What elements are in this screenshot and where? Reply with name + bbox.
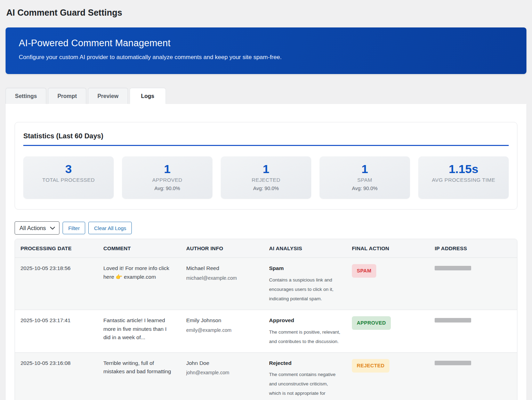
status-badge: APPROVED — [352, 316, 391, 330]
status-badge: SPAM — [352, 264, 376, 278]
author-email: michael@example.com — [186, 274, 258, 282]
cell-final-action: APPROVED — [346, 310, 429, 352]
column-header-processing-date: PROCESSING DATE — [15, 239, 98, 258]
cell-author-info: John Doe john@example.com — [181, 352, 264, 400]
author-name: Emily Johnson — [186, 317, 221, 323]
cell-comment: Terrible writing, full of mistakes and b… — [98, 352, 180, 400]
hero-title: AI-Powered Comment Management — [19, 38, 513, 49]
tab-settings-label: Settings — [15, 93, 37, 99]
author-name: John Doe — [186, 360, 209, 366]
chevron-down-icon — [50, 227, 55, 230]
author-email: john@example.com — [186, 369, 258, 376]
stat-value: 1 — [221, 162, 311, 176]
table-row: 2025-10-05 23:17:41 Fantastic article! I… — [15, 310, 517, 352]
column-header-ai-analysis: AI ANALYSIS — [264, 239, 346, 258]
tab-prompt[interactable]: Prompt — [48, 88, 86, 104]
action-filter-select[interactable]: All Actions — [15, 221, 59, 235]
analysis-text: Contains a suspicious link and encourage… — [269, 275, 341, 303]
stat-sub: Avg: 90.0% — [320, 186, 410, 191]
logs-table: PROCESSING DATE COMMENT AUTHOR INFO AI A… — [15, 239, 517, 400]
tab-settings[interactable]: Settings — [6, 88, 46, 104]
cell-processing-date: 2025-10-05 23:17:41 — [15, 310, 98, 352]
cell-author-info: Michael Reed michael@example.com — [181, 258, 264, 310]
stat-card-approved: 1 APPROVED Avg: 90.0% — [122, 156, 212, 199]
analysis-title: Approved — [269, 316, 341, 325]
cell-ip-address — [429, 352, 517, 400]
hero-banner: AI-Powered Comment Management Configure … — [6, 27, 526, 74]
admin-page: AI Comment Guard Settings AI-Powered Com… — [0, 0, 532, 400]
cell-final-action: SPAM — [346, 258, 429, 310]
stat-label: AVG PROCESSING TIME — [418, 177, 509, 183]
stat-card-avg-processing-time: 1.15s AVG PROCESSING TIME — [418, 156, 509, 199]
cell-final-action: REJECTED — [346, 352, 429, 400]
analysis-title: Spam — [269, 264, 341, 273]
column-header-comment: COMMENT — [98, 239, 180, 258]
ip-redacted-bar — [435, 266, 471, 270]
stat-label: REJECTED — [221, 177, 311, 183]
stat-card-spam: 1 SPAM Avg: 90.0% — [320, 156, 410, 199]
stat-label: SPAM — [320, 177, 410, 183]
analysis-title: Rejected — [269, 359, 341, 368]
tab-logs[interactable]: Logs — [130, 88, 166, 104]
table-row: 2025-10-05 23:18:56 Loved it! For more i… — [15, 258, 517, 310]
tab-logs-label: Logs — [141, 93, 154, 99]
author-name: Michael Reed — [186, 265, 219, 271]
cell-ai-analysis: Approved The comment is positive, releva… — [264, 310, 346, 352]
stat-value: 3 — [23, 162, 114, 176]
analysis-text: The comment is positive, relevant, and c… — [269, 327, 341, 346]
table-row: 2025-10-05 23:16:08 Terrible writing, fu… — [15, 352, 517, 400]
column-header-ip-address: IP ADDRESS — [429, 239, 517, 258]
stat-card-rejected: 1 REJECTED Avg: 90.0% — [221, 156, 311, 199]
page-title: AI Comment Guard Settings — [6, 8, 526, 18]
clear-all-logs-button[interactable]: Clear All Logs — [88, 222, 132, 234]
stat-card-total-processed: 3 TOTAL PROCESSED — [23, 156, 114, 199]
logs-table-container: PROCESSING DATE COMMENT AUTHOR INFO AI A… — [15, 239, 517, 400]
stat-label: APPROVED — [122, 177, 212, 183]
tab-preview[interactable]: Preview — [88, 88, 128, 104]
cell-comment: Fantastic article! I learned more in fiv… — [98, 310, 180, 352]
tab-preview-label: Preview — [97, 93, 118, 99]
ip-redacted-bar — [435, 318, 471, 323]
stat-value: 1 — [320, 162, 410, 176]
stat-label: TOTAL PROCESSED — [23, 177, 114, 183]
filter-bar: All Actions Filter Clear All Logs — [15, 221, 517, 235]
column-header-author-info: AUTHOR INFO — [181, 239, 264, 258]
stat-value: 1 — [122, 162, 212, 176]
stat-sub: Avg: 90.0% — [221, 186, 311, 191]
analysis-text: The comment contains negative and uncons… — [269, 370, 341, 400]
ip-redacted-bar — [435, 361, 471, 365]
statistics-panel: Statistics (Last 60 Days) 3 TOTAL PROCES… — [15, 122, 517, 210]
table-header-row: PROCESSING DATE COMMENT AUTHOR INFO AI A… — [15, 239, 517, 258]
stat-cards: 3 TOTAL PROCESSED 1 APPROVED Avg: 90.0% … — [23, 156, 509, 199]
logs-tab-panel: Statistics (Last 60 Days) 3 TOTAL PROCES… — [6, 104, 526, 400]
cell-author-info: Emily Johnson emily@example.com — [181, 310, 264, 352]
tab-prompt-label: Prompt — [57, 93, 77, 99]
cell-ai-analysis: Rejected The comment contains negative a… — [264, 352, 346, 400]
statistics-heading: Statistics (Last 60 Days) — [23, 132, 509, 146]
column-header-final-action: FINAL ACTION — [346, 239, 429, 258]
stat-sub: Avg: 90.0% — [122, 186, 212, 191]
cell-processing-date: 2025-10-05 23:16:08 — [15, 352, 98, 400]
cell-ip-address — [429, 258, 517, 310]
filter-button[interactable]: Filter — [63, 222, 85, 234]
stat-value: 1.15s — [418, 162, 509, 176]
cell-ai-analysis: Spam Contains a suspicious link and enco… — [264, 258, 346, 310]
cell-processing-date: 2025-10-05 23:18:56 — [15, 258, 98, 310]
cell-comment: Loved it! For more info click here 👉 exa… — [98, 258, 180, 310]
action-filter-value: All Actions — [19, 225, 46, 231]
cell-ip-address — [429, 310, 517, 352]
hero-subtitle: Configure your custom AI provider to aut… — [19, 54, 513, 61]
tab-bar: Settings Prompt Preview Logs — [6, 88, 526, 104]
author-email: emily@example.com — [186, 326, 258, 334]
status-badge: REJECTED — [352, 359, 389, 373]
